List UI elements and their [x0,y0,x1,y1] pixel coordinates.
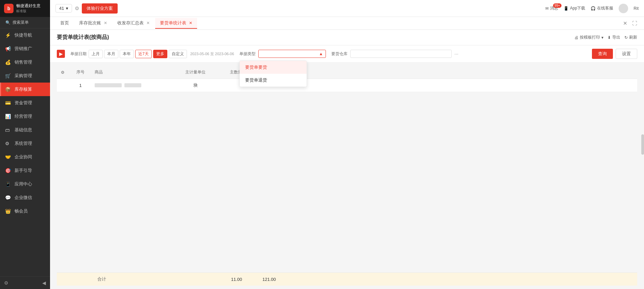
app-download-btn[interactable]: 📱 App下载 [564,5,585,11]
query-btn[interactable]: 查询 [592,49,613,59]
sidebar-item-member[interactable]: 👑畅会员 [0,204,50,218]
nav-label-operations: 经营管理 [15,113,32,119]
cell-product [91,79,175,92]
sidebar-item-appstore[interactable]: 📱应用中心 [0,177,50,191]
nav-icon-member: 👑 [5,208,12,214]
type-label: 单据类型 [239,51,256,57]
type-dropdown-menu: 要货单要货 要货单退货 [239,61,307,87]
sidebar-search[interactable]: 🔍 搜索菜单 [0,17,50,28]
date-custom[interactable]: 自定义 [169,50,187,58]
nav-label-finance: 资金管理 [15,100,32,106]
expand-tabs-btn[interactable]: ⛶ [631,20,639,27]
nav-icon-enterprise: 🤝 [5,154,12,160]
nav-label-system: 系统管理 [15,140,32,147]
export-btn[interactable]: ⬇ 导出 [607,35,620,40]
nav-icon-purchase: 🛒 [5,73,12,79]
industry-btn[interactable]: 体验行业方案 [82,3,118,14]
user-avatar[interactable] [619,4,628,13]
sidebar-item-system[interactable]: ⚙系统管理 [0,137,50,150]
scrollbar-handle[interactable] [641,134,644,155]
sidebar-item-basics[interactable]: 🗃基础信息 [0,123,50,137]
sidebar-item-marketing[interactable]: 📢营销推广 [0,42,50,55]
sidebar-search-label: 搜索菜单 [13,20,29,25]
cell-empty [297,79,637,92]
sidebar-item-shortcut[interactable]: ⚡快捷导航 [0,28,50,42]
nav-icon-inventory: 📦 [5,87,12,92]
date-prev-month[interactable]: 上月 [89,50,103,58]
cell-unit: 块 [175,79,216,92]
nav-label-wechat: 企业微信 [15,195,32,201]
nav-icon-basics: 🗃 [5,127,12,133]
tab-label-receive-summary: 收发存汇总表 [117,20,144,26]
tab-close-requisition-summary[interactable]: ✕ [189,21,192,25]
type-select[interactable]: ▲ [258,50,326,58]
nav-label-basics: 基础信息 [15,127,32,133]
app-name-block: 畅捷通好生意 标准版 [16,3,41,14]
company-selector[interactable]: 41 ▾ [55,4,72,13]
company-num: 41 [59,6,64,11]
topbar-left: 41 ▾ ⚙ 体验行业方案 [55,3,542,14]
footer-amount: 121.00 [246,277,280,282]
dropdown-item-order[interactable]: 要货单要货 [240,61,307,74]
tab-close-inventory-batch[interactable]: ✕ [104,21,107,25]
sidebar-logo: b 畅捷通好生意 标准版 [0,0,50,17]
print-btn[interactable]: 🖨 按模板打印 ▾ [574,35,603,40]
dropdown-item-return[interactable]: 要货单退货 [240,74,307,87]
table-body: 1 块 11.00 121.00 [57,79,637,92]
sidebar-item-finance[interactable]: 💳资金管理 [0,96,50,110]
tab-receive-summary[interactable]: 收发存汇总表✕ [113,18,154,29]
online-service-btn[interactable]: 🎧 在线客服 [591,5,613,11]
cell-settings [57,79,70,92]
warehouse-more-btn[interactable]: ··· [454,51,458,57]
refresh-btn[interactable]: ↻ 刷新 [624,35,637,40]
topbar-right: ✉ 消息 99+ 📱 App下载 🎧 在线客服 Rit [545,4,639,13]
nav-label-marketing: 营销推广 [15,46,32,52]
th-index: 序号 [70,66,91,79]
th-product: 商品 [91,66,175,79]
tab-requisition-summary[interactable]: 要货单统计表✕ [155,18,197,29]
topbar: 41 ▾ ⚙ 体验行业方案 ✉ 消息 99+ 📱 App下载 🎧 在线客服 Ri… [50,0,644,17]
filter-expand-btn[interactable]: ▶ [57,50,65,58]
filter-row: ▶ 单据日期 上月 本月 本年 近7天 更多 自定义 2023-05-06 至 … [50,45,644,63]
app-download-label: App下载 [570,5,585,11]
nav-icon-operations: 📊 [5,114,12,119]
sidebar-item-sales[interactable]: 💰销售管理 [0,55,50,69]
sidebar-item-enterprise[interactable]: 🤝企业协同 [0,150,50,164]
th-unit: 主计量单位 [175,66,216,79]
date-label: 单据日期 [70,51,87,57]
tab-home[interactable]: 首页 [55,18,74,29]
sidebar-item-purchase[interactable]: 🛒采购管理 [0,69,50,83]
sidebar-item-inventory[interactable]: 📦库存核算 [0,83,50,96]
tab-close-receive-summary[interactable]: ✕ [146,21,150,25]
table-header-row: ⚙ 序号 商品 主计量单位 主数量 零售金额 [57,66,637,79]
date-options: 上月 本月 本年 近7天 更多 自定义 [89,50,187,58]
tab-label-home: 首页 [60,20,69,26]
date-7days[interactable]: 近7天 [135,50,152,58]
messages-btn[interactable]: ✉ 消息 99+ [545,5,558,11]
type-filter-group: 单据类型 ▲ 要货单要货 要货单退货 [239,50,326,58]
tab-inventory-batch[interactable]: 库存批次账✕ [74,18,112,29]
nav-icon-appstore: 📱 [5,181,12,187]
date-year[interactable]: 本年 [120,50,134,58]
warehouse-input[interactable] [350,50,452,58]
filter-settings-btn[interactable]: 设置 [616,49,637,59]
date-more[interactable]: 更多 [153,50,167,58]
sidebar-item-wechat[interactable]: 💬企业微信 [0,191,50,204]
page-title: 要货单统计表(按商品) [57,34,109,41]
sidebar-item-operations[interactable]: 📊经营管理 [0,110,50,123]
topbar-gear-icon[interactable]: ⚙ [75,5,79,12]
settings-icon[interactable]: ⚙ [4,280,8,286]
tab-label-inventory-batch: 库存批次账 [79,20,101,26]
export-label: 导出 [612,35,620,40]
nav-label-guide: 新手引导 [15,168,32,174]
filter-actions: 查询 设置 [592,49,637,59]
username[interactable]: Rit [634,6,639,11]
date-cur-month[interactable]: 本月 [104,50,118,58]
th-settings[interactable]: ⚙ [57,66,70,79]
nav-icon-system: ⚙ [5,141,12,146]
collapse-icon[interactable]: ◀ [42,280,46,286]
close-all-tabs-btn[interactable]: ✕ [622,20,629,27]
sidebar-item-guide[interactable]: 🎯新手引导 [0,164,50,177]
app-logo-icon: b [4,4,14,13]
settings-icon: ⚙ [61,70,65,75]
